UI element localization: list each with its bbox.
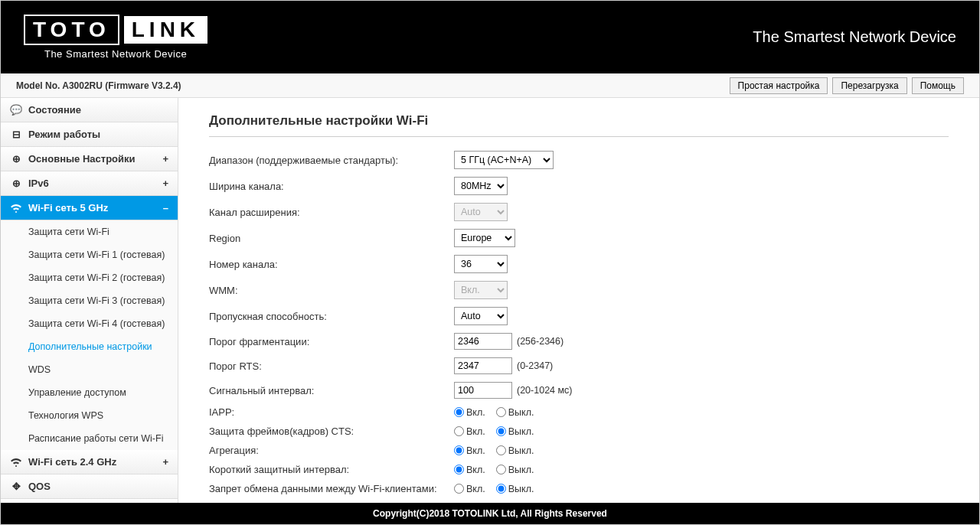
label-width: Ширина канала: (209, 181, 454, 192)
easy-setup-button[interactable]: Простая настройка (730, 77, 828, 94)
plus-icon: + (162, 153, 168, 165)
sidebar-item-basic[interactable]: ⊕ Основные Настройки + (1, 147, 178, 171)
logo-left: TOTO (24, 15, 119, 45)
label-region: Region (209, 233, 454, 244)
sidebar-label: Wi-Fi сеть 2.4 GHz (28, 456, 116, 468)
logo-right: LINK (124, 16, 207, 44)
sidebar-sub-security2[interactable]: Защита сети Wi-Fi 2 (гостевая) (1, 266, 178, 289)
logo-tagline: The Smartest Network Device (44, 48, 187, 60)
width-select[interactable]: 80MHz (454, 177, 508, 195)
frag-hint: (256-2346) (517, 336, 564, 347)
rts-input[interactable] (454, 357, 512, 374)
channel-select[interactable]: 36 (454, 255, 508, 273)
opmode-icon: ⊟ (10, 129, 22, 140)
sidebar-item-qos[interactable]: ✥ QOS (1, 474, 178, 499)
sidebar-sub-schedule[interactable]: Расписание работы сети Wi-Fi (1, 427, 178, 450)
logo: TOTOLINK The Smartest Network Device (24, 15, 207, 60)
chat-icon: 💬 (10, 104, 22, 116)
wifi-icon (10, 204, 22, 213)
sidebar-item-ipv6[interactable]: ⊕ IPv6 + (1, 171, 178, 196)
label-sgi: Короткий защитный интервал: (209, 464, 454, 475)
beacon-input[interactable] (454, 382, 512, 399)
iapp-on[interactable]: Вкл. (454, 407, 485, 418)
ext-select: Auto (454, 203, 508, 221)
sidebar-item-opmode[interactable]: ⊟ Режим работы (1, 122, 178, 147)
header: TOTOLINK The Smartest Network Device The… (1, 1, 979, 73)
sidebar-item-firewall[interactable]: 🔒 Межсетевой экран + (1, 499, 178, 503)
sidebar-label: Режим работы (28, 129, 100, 140)
sidebar-sub-security3[interactable]: Защита сети Wi-Fi 3 (гостевая) (1, 289, 178, 312)
label-ext: Канал расширения: (209, 207, 454, 218)
iapp-off[interactable]: Выкл. (496, 407, 534, 418)
aggr-off[interactable]: Выкл. (496, 445, 534, 456)
label-isolate: Запрет обмена данными между Wi-Fi-клиент… (209, 483, 454, 494)
globe-icon: ⊕ (10, 153, 22, 165)
cts-on[interactable]: Вкл. (454, 426, 485, 437)
sidebar-sub-security4[interactable]: Защита сети Wi-Fi 4 (гостевая) (1, 312, 178, 335)
label-band: Диапазон (поддерживаемые стандарты): (209, 155, 454, 166)
info-bar: Model No. A3002RU (Firmware V3.2.4) Прос… (1, 73, 979, 98)
qos-icon: ✥ (10, 481, 22, 492)
label-rts: Порог RTS: (209, 360, 454, 372)
sidebar-item-wifi24[interactable]: Wi-Fi сеть 2.4 GHz + (1, 450, 178, 474)
sgi-on[interactable]: Вкл. (454, 465, 485, 475)
band-select[interactable]: 5 ГГц (AC+N+A) (454, 151, 554, 169)
sidebar-sub-wps[interactable]: Технология WPS (1, 404, 178, 427)
globe-icon: ⊕ (10, 178, 22, 189)
beacon-hint: (20-1024 мс) (517, 385, 573, 396)
region-select[interactable]: Europe (454, 229, 515, 247)
help-button[interactable]: Помощь (912, 77, 964, 94)
label-rate: Пропускная способность: (209, 311, 454, 322)
sidebar-label: QOS (28, 481, 51, 492)
sidebar-label: Основные Настройки (28, 153, 136, 165)
wifi-icon (10, 458, 22, 467)
frag-input[interactable] (454, 333, 512, 350)
sidebar-item-wifi5[interactable]: Wi-Fi сеть 5 GHz – (1, 196, 178, 220)
isolate-off[interactable]: Выкл. (496, 484, 534, 494)
sidebar-sub-access[interactable]: Управление доступом (1, 381, 178, 404)
sidebar-label: Wi-Fi сеть 5 GHz (28, 202, 108, 214)
label-wmm: WMM: (209, 285, 454, 296)
sidebar-sub-wds[interactable]: WDS (1, 358, 178, 381)
plus-icon: + (162, 178, 168, 189)
wmm-select: Вкл. (454, 281, 508, 299)
label-frag: Порог фрагментации: (209, 336, 454, 347)
label-beacon: Сигнальный интервал: (209, 385, 454, 396)
sidebar-label: IPv6 (28, 178, 49, 189)
sidebar[interactable]: 💬 Состояние ⊟ Режим работы ⊕ Основные На… (1, 98, 178, 503)
sidebar-sub-advanced[interactable]: Дополнительные настройки (1, 335, 178, 358)
label-cts: Защита фреймов(кадров) CTS: (209, 426, 454, 437)
label-beamform: Формирование диаграммы направленности пе… (209, 502, 454, 503)
label-aggr: Агрегация: (209, 445, 454, 456)
sidebar-label: Состояние (28, 104, 81, 116)
rate-select[interactable]: Auto (454, 307, 508, 325)
reboot-button[interactable]: Перезагрузка (832, 77, 906, 94)
isolate-on[interactable]: Вкл. (454, 484, 485, 494)
sidebar-item-status[interactable]: 💬 Состояние (1, 98, 178, 122)
label-channel: Номер канала: (209, 259, 454, 270)
minus-icon: – (163, 202, 168, 214)
page-title: Дополнительные настройки Wi-Fi (209, 113, 949, 137)
label-iapp: IAPP: (209, 406, 454, 418)
main-content[interactable]: Дополнительные настройки Wi-Fi Диапазон … (178, 98, 979, 503)
sgi-off[interactable]: Выкл. (496, 465, 534, 475)
sidebar-sub-security[interactable]: Защита сети Wi-Fi (1, 220, 178, 243)
header-slogan: The Smartest Network Device (753, 28, 956, 46)
footer: Copyright(C)2018 TOTOLINK Ltd, All Right… (1, 503, 979, 524)
rts-hint: (0-2347) (517, 360, 553, 371)
aggr-on[interactable]: Вкл. (454, 445, 485, 456)
plus-icon: + (162, 456, 168, 468)
cts-off[interactable]: Выкл. (496, 426, 534, 437)
model-info: Model No. A3002RU (Firmware V3.2.4) (16, 80, 181, 91)
sidebar-sub-security1[interactable]: Защита сети Wi-Fi 1 (гостевая) (1, 243, 178, 266)
